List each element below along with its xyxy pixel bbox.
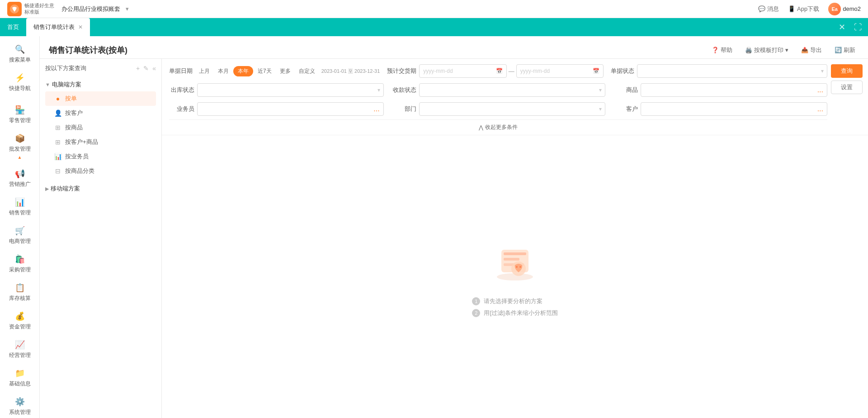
filter-container: 单据日期 上月 本月 本年 近7天 更多 自定义 2023-01-01 至 20…: [162, 59, 868, 135]
tab-sales-order-stats[interactable]: 销售订单统计表 ✕: [26, 18, 90, 36]
sidebar-item-search-menu[interactable]: 🔍 搜索菜单: [0, 40, 39, 68]
sidebar-item-system-mgmt[interactable]: ⚙️ 系统管理: [0, 392, 39, 418]
retail-mgmt-icon: 🏪: [15, 105, 25, 115]
filter-panel-header-actions: + ✎ «: [136, 65, 156, 72]
scheme-by-order-icon: ●: [54, 95, 61, 102]
export-btn[interactable]: 📤 导出: [797, 44, 826, 56]
edit-scheme-icon[interactable]: ✎: [143, 65, 149, 72]
sidebar-item-quick-nav[interactable]: ⚡ 快捷导航: [0, 68, 39, 97]
help-btn[interactable]: ❓ 帮助: [708, 44, 736, 56]
tab-fullscreen-icon[interactable]: ⛶: [852, 21, 864, 33]
filter-panel: 按以下方案查询 + ✎ « ▼ 电脑端方案 ● 按单: [40, 59, 162, 418]
scheme-by-sp-icon: 📊: [54, 153, 61, 160]
scheme-item-by-customer[interactable]: 👤 按客户: [45, 106, 156, 120]
delivery-date-start[interactable]: yyyy-mm-dd 📅: [419, 64, 506, 78]
svg-rect-4: [504, 258, 519, 261]
filter-panel-header: 按以下方案查询 + ✎ «: [40, 64, 161, 76]
tab-bar: 首页 销售订单统计表 ✕ ✕ ⛶: [0, 18, 868, 36]
settings-btn[interactable]: 设置: [831, 81, 863, 94]
shipment-status-select-wrapper: ▾: [197, 83, 384, 97]
sidebar-item-operations[interactable]: 📈 经营管理: [0, 335, 39, 364]
scheme-item-by-goods-category[interactable]: ⊟ 按商品分类: [45, 164, 156, 178]
filter-scheme-group: ▼ 电脑端方案 ● 按单 👤 按客户 ⊞ 按商品: [40, 76, 161, 180]
salesperson-ellipsis-btn[interactable]: ...: [373, 105, 379, 113]
purchase-mgmt-icon: 🛍️: [15, 254, 25, 264]
scheme-item-by-salesperson[interactable]: 📊 按业务员: [45, 149, 156, 164]
scheme-item-by-goods[interactable]: ⊞ 按商品: [45, 120, 156, 135]
top-bar: 畅捷通好生意 标准版 办公用品行业模拟账套 ▾ 💬 消息 📱 App下载 Ea …: [0, 0, 868, 18]
collapse-panel-icon[interactable]: «: [152, 65, 156, 72]
tab-close-icon[interactable]: ✕: [78, 24, 83, 30]
sidebar-item-sales-mgmt[interactable]: 📊 销售管理: [0, 193, 39, 221]
scheme-item-by-order[interactable]: ● 按单: [45, 91, 156, 106]
scheme-by-cg-icon: ⊞: [54, 138, 61, 146]
sidebar-item-finance[interactable]: 💰 资金管理: [0, 307, 39, 335]
sidebar-item-ecommerce[interactable]: 🛒 电商管理: [0, 221, 39, 250]
sidebar-item-retail-mgmt[interactable]: 🏪 零售管理: [0, 100, 39, 129]
date-btn-this-month[interactable]: 本月: [214, 66, 232, 76]
sidebar-item-inventory[interactable]: 📋 库存核算: [0, 278, 39, 307]
sidebar-item-marketing[interactable]: 📢 营销推广: [0, 164, 39, 193]
mobile-scheme-expand-icon: ▶: [45, 186, 49, 192]
bill-date-label: 单据日期: [169, 67, 193, 75]
department-select[interactable]: [419, 102, 606, 116]
svg-point-8: [519, 266, 521, 268]
message-action[interactable]: 💬 消息: [758, 5, 779, 13]
refresh-btn[interactable]: 🔄 刷新: [831, 44, 859, 56]
customer-ellipsis-btn[interactable]: ...: [817, 105, 823, 113]
payment-status-select[interactable]: [419, 83, 606, 97]
date-btn-custom[interactable]: 自定义: [295, 66, 319, 76]
bill-status-label: 单据状态: [611, 67, 634, 75]
date-btn-this-year[interactable]: 本年: [233, 66, 253, 76]
department-label: 部门: [391, 105, 416, 113]
basic-info-icon: 📁: [15, 368, 25, 378]
salesperson-input[interactable]: ...: [197, 102, 384, 116]
date-range-text: 2023-01-01 至 2023-12-31: [321, 68, 380, 75]
sidebar-item-purchase-mgmt[interactable]: 🛍️ 采购管理: [0, 250, 39, 278]
bill-status-select[interactable]: [637, 64, 827, 78]
department-select-wrapper: ▾: [419, 102, 606, 116]
collapse-bar[interactable]: ⋀ 收起更多条件: [169, 119, 827, 135]
panel-body: 按以下方案查询 + ✎ « ▼ 电脑端方案 ● 按单: [40, 59, 868, 418]
page-actions: ❓ 帮助 🖨️ 按模板打印 ▾ 📤 导出 🔄 刷新: [708, 44, 859, 56]
shipment-status-label: 出库状态: [169, 86, 194, 94]
shipment-status-select[interactable]: [197, 83, 384, 97]
sidebar-item-wholesale-mgmt[interactable]: 📦 批发管理 ▲: [0, 129, 39, 164]
scheme-expand-icon: ▼: [45, 82, 50, 87]
app-download-action[interactable]: 📱 App下载: [788, 5, 819, 13]
payment-status-label: 收款状态: [391, 86, 416, 94]
scheme-header-mobile[interactable]: ▶ 移动端方案: [45, 182, 156, 195]
customer-label: 客户: [613, 105, 638, 113]
add-scheme-icon[interactable]: +: [136, 65, 140, 72]
bill-status-group: 单据状态 ▾: [611, 64, 827, 78]
salesperson-group: 业务员 ...: [169, 102, 384, 116]
expected-delivery-group: 预计交货期 yyyy-mm-dd 📅 — yyyy-mm-dd 📅: [387, 64, 604, 78]
date-btn-more[interactable]: 更多: [276, 66, 294, 76]
template-print-btn[interactable]: 🖨️ 按模板打印 ▾: [741, 44, 792, 56]
customer-input[interactable]: ...: [641, 102, 827, 116]
shipment-status-group: 出库状态 ▾: [169, 83, 384, 97]
date-btn-last-7days[interactable]: 近7天: [254, 66, 275, 76]
scheme-header-desktop[interactable]: ▼ 电脑端方案: [45, 78, 156, 91]
goods-input[interactable]: ...: [641, 83, 827, 97]
user-area[interactable]: Ea demo2: [828, 3, 861, 15]
app-title-dropdown-icon[interactable]: ▾: [126, 5, 129, 12]
delivery-date-end[interactable]: yyyy-mm-dd 📅: [516, 64, 604, 78]
cal-end-icon: 📅: [593, 68, 599, 74]
wholesale-mgmt-icon: 📦: [15, 133, 25, 143]
top-bar-left: 畅捷通好生意 标准版 办公用品行业模拟账套 ▾: [7, 2, 129, 16]
empty-hint-2: 2 用[过滤]条件来缩小分析范围: [472, 309, 557, 317]
query-btn[interactable]: 查询: [831, 64, 863, 78]
tab-close-all-icon[interactable]: ✕: [835, 21, 848, 33]
sidebar-item-basic-info[interactable]: 📁 基础信息: [0, 364, 39, 392]
delivery-date-inputs: yyyy-mm-dd 📅 — yyyy-mm-dd 📅: [419, 64, 604, 78]
scheme-item-by-customer-goods[interactable]: ⊞ 按客户+商品: [45, 135, 156, 149]
date-btn-last-month[interactable]: 上月: [195, 66, 213, 76]
page-header: 销售订单统计表(按单) ❓ 帮助 🖨️ 按模板打印 ▾ 📤 导出 🔄 刷新: [40, 36, 868, 59]
print-dropdown-icon: ▾: [785, 47, 788, 53]
collapse-icon: ⋀: [479, 124, 483, 131]
wholesale-expand-icon: ▲: [18, 155, 22, 160]
date-buttons: 上月 本月 本年 近7天 更多 自定义: [195, 66, 319, 76]
tab-home[interactable]: 首页: [0, 18, 26, 36]
goods-ellipsis-btn[interactable]: ...: [817, 86, 823, 94]
